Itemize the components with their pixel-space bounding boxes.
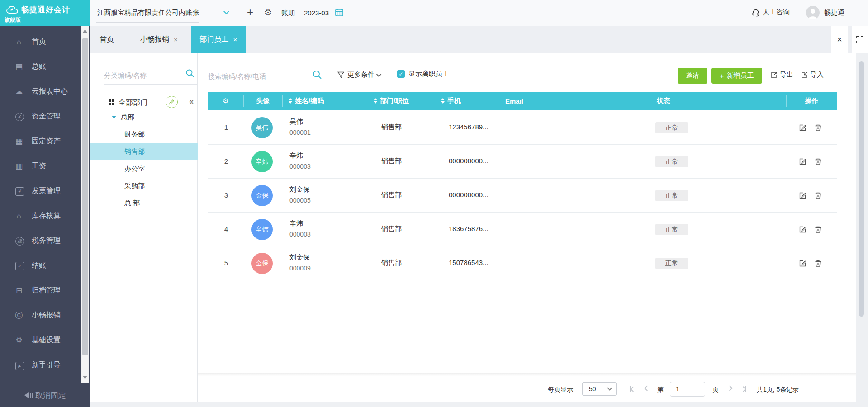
page-scrollbar[interactable]	[856, 53, 868, 407]
sidebar-item-reimburse[interactable]: Ⓒ小畅报销	[0, 303, 81, 328]
sidebar-item-guide[interactable]: ▶新手引导	[0, 353, 81, 378]
next-page-button[interactable]	[728, 386, 732, 390]
search-icon[interactable]	[312, 70, 322, 80]
chevron-down-icon	[607, 385, 612, 390]
sidebar-item-cloud-reports[interactable]: ☁云报表中心	[0, 79, 81, 104]
tree-node-office[interactable]: 办公室	[90, 160, 198, 177]
import-icon	[801, 71, 808, 79]
employee-search-input[interactable]: 搜索编码/名称/电话	[208, 72, 266, 81]
table-header: ⚙ 头像 姓名/编码 部门/职位 手机 Email 状态 操作	[208, 92, 837, 110]
sidebar-item-salary[interactable]: ▥工资	[0, 154, 81, 179]
scroll-up-icon[interactable]	[83, 29, 87, 33]
per-page-label: 每页显示	[548, 386, 573, 394]
invite-button[interactable]: 邀请	[678, 68, 707, 84]
sidebar-item-invoices[interactable]: ¥发票管理	[0, 179, 81, 204]
sidebar-item-fixed-assets[interactable]: ▦固定资产	[0, 129, 81, 154]
last-page-button[interactable]	[741, 386, 746, 392]
tab-home[interactable]: 首页	[93, 26, 120, 53]
all-departments-label[interactable]: 全部部门	[119, 98, 147, 108]
avatar: 金保	[251, 185, 273, 206]
tree-node-purchasing[interactable]: 采购部	[90, 177, 198, 194]
sidebar-item-closing[interactable]: ✓结账	[0, 253, 81, 278]
period-label: 账期	[281, 9, 295, 18]
export-button[interactable]: 导出	[770, 71, 793, 79]
close-all-tabs-button[interactable]: ×	[831, 26, 848, 53]
tab-department-employees[interactable]: 部门员工 ×	[191, 26, 246, 53]
column-header-name-code[interactable]: 姓名/编码	[282, 92, 360, 110]
sidebar-item-archive[interactable]: ⊟归档管理	[0, 278, 81, 303]
search-icon[interactable]	[185, 69, 194, 78]
sidebar-item-tax[interactable]: 税税务管理	[0, 228, 81, 253]
page-scroll-thumb[interactable]	[859, 61, 864, 317]
fullscreen-icon[interactable]	[852, 26, 868, 53]
tab-strip: 首页 小畅报销 × 部门员工 × ×	[90, 26, 868, 53]
column-header-dept[interactable]: 部门/职位	[360, 92, 425, 110]
scroll-down-icon[interactable]	[83, 376, 87, 379]
column-settings-gear-icon[interactable]: ⚙	[208, 92, 243, 110]
avatar: 吴伟	[251, 117, 273, 138]
sidebar-item-general-ledger[interactable]: ▤总账	[0, 54, 81, 79]
chevron-down-icon	[376, 71, 381, 76]
sidebar-scrollbar[interactable]	[81, 26, 89, 383]
user-avatar[interactable]	[806, 6, 820, 19]
trash-icon[interactable]	[814, 260, 822, 267]
company-chevron-down-icon[interactable]	[223, 9, 229, 14]
more-filters-button[interactable]: 更多条件	[337, 71, 381, 79]
add-account-plus-icon[interactable]: +	[247, 6, 253, 19]
tree-expand-icon[interactable]	[112, 116, 116, 119]
trash-icon[interactable]	[814, 124, 822, 132]
tab-reimburse[interactable]: 小畅报销 ×	[134, 26, 184, 53]
tab-close-icon[interactable]: ×	[233, 36, 237, 43]
prev-page-button[interactable]	[645, 386, 649, 390]
trash-icon[interactable]	[814, 158, 822, 166]
edit-icon[interactable]	[799, 226, 806, 233]
calendar-icon[interactable]	[335, 8, 344, 17]
tree-node-root[interactable]: 总部	[90, 109, 198, 126]
tree-node-finance[interactable]: 财务部	[90, 126, 198, 143]
collapse-panel-icon[interactable]: «	[189, 97, 194, 106]
company-selector[interactable]: 江西服宝精品有限责任公司内账张	[97, 9, 201, 17]
sidebar-scroll-thumb[interactable]	[82, 38, 88, 355]
import-button[interactable]: 导入	[801, 71, 824, 79]
add-employee-button[interactable]: + 新增员工	[711, 68, 762, 84]
unpin-sidebar-button[interactable]: 取消固定	[0, 383, 90, 407]
edit-icon[interactable]	[799, 260, 806, 267]
guide-icon: ▶	[14, 360, 24, 370]
page-suffix-label: 页	[712, 386, 719, 394]
column-header-phone[interactable]: 手机	[425, 92, 492, 110]
topbar-divider	[801, 7, 801, 18]
edit-icon[interactable]	[799, 158, 806, 166]
table-row: 4 辛炜 辛炜 000008 销售部 183675876... 正常	[208, 213, 837, 246]
per-page-select[interactable]: 50	[582, 382, 617, 396]
dept-search-input[interactable]: 分类编码/名称	[104, 71, 147, 80]
column-header-email: Email	[492, 92, 541, 110]
edit-icon[interactable]	[799, 124, 806, 132]
sidebar-item-funds[interactable]: ¥资金管理	[0, 104, 81, 129]
show-resigned-label[interactable]: 显示离职员工	[408, 70, 449, 78]
support-link[interactable]: 人工咨询	[752, 8, 790, 17]
dept-search-underline	[104, 84, 197, 85]
period-value[interactable]: 2023-03	[304, 9, 329, 17]
trash-icon[interactable]	[814, 192, 822, 199]
footer-divider	[198, 373, 856, 376]
edit-departments-icon[interactable]	[166, 96, 178, 108]
sidebar-item-settings[interactable]: ⚙基础设置	[0, 328, 81, 353]
tree-node-sales[interactable]: 销售部	[90, 143, 198, 160]
user-name[interactable]: 畅捷通	[824, 9, 844, 17]
reimburse-icon: Ⓒ	[14, 310, 24, 321]
tree-node-headquarters[interactable]: 总 部	[90, 194, 198, 212]
first-page-button[interactable]	[630, 386, 635, 392]
archive-icon: ⊟	[14, 286, 24, 295]
status-badge: 正常	[655, 224, 688, 235]
show-resigned-checkbox[interactable]: ✓	[397, 70, 405, 78]
page-number-input[interactable]: 1	[670, 382, 705, 397]
sidebar-item-inventory[interactable]: ⌂库存核算	[0, 204, 81, 228]
tab-close-icon[interactable]: ×	[174, 36, 178, 43]
avatar: 辛炜	[251, 151, 273, 172]
account-settings-gear-icon[interactable]: ⚙	[264, 7, 272, 18]
avatar: 辛炜	[251, 219, 273, 240]
support-label: 人工咨询	[763, 8, 790, 17]
sidebar-item-home[interactable]: ⌂首页	[0, 29, 81, 54]
edit-icon[interactable]	[799, 192, 806, 199]
trash-icon[interactable]	[814, 226, 822, 233]
